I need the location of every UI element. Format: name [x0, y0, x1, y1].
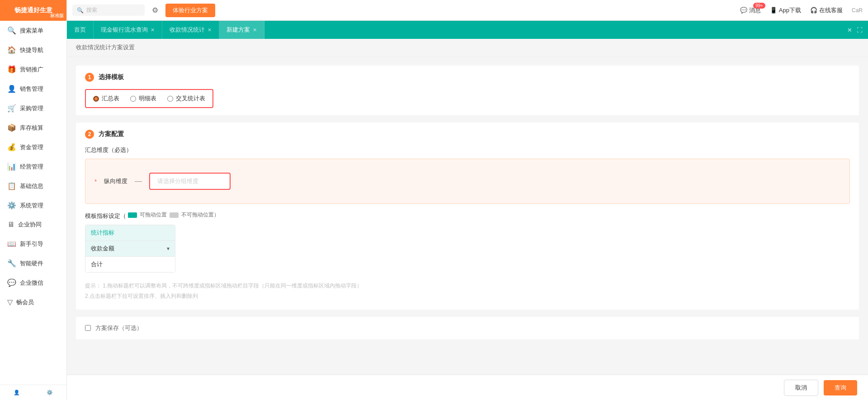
app-download-link[interactable]: 📱 App下载	[770, 6, 801, 14]
step2-title: 2 方案配置	[85, 130, 850, 139]
chat-icon: 💬	[7, 278, 16, 287]
hints-area: 提示： 1.拖动标题栏可以调整布局，不可跨维度或指标区域拖动栏目字段（只能在同一…	[85, 281, 850, 301]
query-button[interactable]: 查询	[824, 380, 857, 395]
radio-summary[interactable]: 汇总表	[93, 94, 119, 103]
app-edition: 标准版	[50, 13, 64, 19]
sidebar-item-label: 企业协同	[18, 221, 42, 229]
tab-payment-stats[interactable]: 收款情况统计 ✕	[162, 21, 219, 39]
sidebar-item-label: 营销推广	[20, 66, 43, 74]
sidebar-item-label: 畅会员	[16, 298, 34, 306]
radio-cross[interactable]: 交叉统计表	[167, 94, 205, 103]
sidebar-item-guide[interactable]: 📖 新手引导	[0, 234, 66, 254]
tab-new-plan-close[interactable]: ✕	[253, 27, 257, 33]
dimension-area: * 纵向维度 — 请选择分组维度	[85, 159, 850, 204]
close-window-icon[interactable]: ✕	[847, 27, 852, 33]
content-area: 收款情况统计方案设置 1 选择模板 汇总表 明细表	[67, 39, 868, 400]
page-header: 收款情况统计方案设置	[67, 39, 868, 56]
gift-icon: 🎁	[7, 65, 16, 74]
user-icon: 👤	[7, 85, 16, 93]
settings-icon[interactable]: ⚙	[152, 6, 158, 14]
search-bar[interactable]: 🔍 搜索	[72, 5, 145, 16]
drag-legend: 可拖动位置 不可拖动位置）	[128, 211, 219, 219]
tab-new-plan[interactable]: 新建方案 ✕	[219, 21, 264, 39]
step2-label: 方案配置	[99, 130, 124, 138]
sidebar-item-basic-info[interactable]: 📋 基础信息	[0, 176, 66, 196]
hint-2: 2.点击标题栏下拉可设置排序、插入列和删除列	[85, 292, 850, 301]
sidebar-item-system[interactable]: ⚙️ 系统管理	[0, 196, 66, 215]
sidebar-bottom-settings[interactable]: ⚙️	[47, 390, 53, 395]
radio-summary-label: 汇总表	[102, 94, 119, 103]
dimension-block: 汇总维度（必选） * 纵向维度 — 请选择分组维度	[85, 146, 850, 204]
sidebar-item-label: 快捷导航	[20, 46, 43, 54]
metrics-setting-label: 模板指标设定（ 可拖动位置 不可拖动位置）	[85, 211, 219, 220]
sidebar-item-marketing[interactable]: 🎁 营销推广	[0, 60, 66, 79]
sidebar-item-label: 系统管理	[20, 202, 43, 210]
online-service-label: 在线客服	[819, 6, 843, 14]
metrics-table-header: 统计指标	[85, 225, 175, 241]
metric-name: 收款金额	[91, 245, 114, 253]
sidebar-bottom-user[interactable]: 👤	[14, 390, 20, 395]
radio-cross-input[interactable]	[167, 96, 173, 102]
member-icon: ▽	[7, 298, 13, 306]
dimension-selector[interactable]: 请选择分组维度	[149, 173, 231, 190]
money-icon: 💰	[7, 143, 16, 151]
download-icon: 📱	[770, 7, 777, 14]
dimension-title-text: 汇总维度（必选）	[85, 146, 132, 153]
tab-home[interactable]: 首页	[67, 21, 94, 39]
sidebar-item-finance[interactable]: 💰 资金管理	[0, 137, 66, 157]
radio-detail[interactable]: 明细表	[130, 94, 156, 103]
tab-bank-flow-close[interactable]: ✕	[151, 27, 155, 33]
sidebar-item-label: 基础信息	[20, 182, 43, 190]
sidebar-item-label: 库存核算	[20, 124, 43, 132]
dimension-placeholder: 请选择分组维度	[157, 178, 198, 184]
tab-payment-stats-label: 收款情况统计	[170, 26, 205, 34]
sidebar-item-inventory[interactable]: 📦 库存核算	[0, 118, 66, 137]
step1-label: 选择模板	[99, 73, 124, 81]
step2-number: 2	[85, 130, 94, 139]
radio-detail-input[interactable]	[130, 96, 136, 102]
sidebar-item-hardware[interactable]: 🔧 智能硬件	[0, 254, 66, 273]
sidebar-item-label: 企业微信	[20, 279, 43, 287]
sidebar-item-label: 销售管理	[20, 85, 43, 93]
step2-section: 2 方案配置 汇总维度（必选） * 纵向维度 — 请选择分组维	[76, 122, 859, 310]
online-service-link[interactable]: 🎧 在线客服	[810, 6, 843, 14]
sidebar-item-label: 新手引导	[20, 240, 43, 248]
tab-payment-stats-close[interactable]: ✕	[208, 27, 212, 33]
notification-badge: 99+	[753, 3, 765, 9]
tool-icon: 🔧	[7, 259, 16, 268]
metrics-header: 模板指标设定（ 可拖动位置 不可拖动位置）	[85, 211, 850, 220]
save-section: 方案保存（可选）	[76, 317, 859, 339]
trial-button[interactable]: 体验行业方案	[165, 4, 215, 17]
sidebar-item-sales[interactable]: 👤 销售管理	[0, 79, 66, 99]
sidebar-item-operations[interactable]: 📊 经营管理	[0, 157, 66, 176]
sidebar-item-member[interactable]: ▽ 畅会员	[0, 292, 66, 312]
save-label[interactable]: 方案保存（可选）	[95, 324, 142, 332]
sidebar-item-search[interactable]: 🔍 搜索菜单	[0, 21, 66, 40]
step1-number: 1	[85, 73, 94, 82]
topbar: 🔍 搜索 ⚙ 体验行业方案 💬 消息 99+ 📱 App下载 🎧 在线客服 Ca…	[67, 0, 868, 21]
radio-summary-input[interactable]	[93, 96, 99, 102]
app-name: 畅捷通好生意	[14, 6, 52, 14]
metrics-subtotal: 合计	[85, 256, 175, 272]
save-checkbox[interactable]	[85, 325, 91, 331]
chevron-down-icon[interactable]: ▾	[167, 245, 170, 252]
radio-detail-label: 明细表	[139, 94, 156, 103]
cancel-button[interactable]: 取消	[784, 380, 818, 396]
tab-new-plan-label: 新建方案	[226, 26, 250, 34]
sidebar-item-collab[interactable]: 🖥 企业协同	[0, 215, 66, 234]
sidebar-item-quick-nav[interactable]: 🏠 快捷导航	[0, 40, 66, 60]
metrics-cell-amount[interactable]: 收款金额 ▾	[85, 241, 175, 256]
page-header-title: 收款情况统计方案设置	[76, 44, 135, 51]
maximize-icon[interactable]: ⛶	[857, 27, 863, 33]
service-icon: 🎧	[810, 7, 817, 14]
sidebar-item-wechat[interactable]: 💬 企业微信	[0, 273, 66, 292]
gear-icon: ⚙️	[7, 201, 16, 210]
tab-bank-flow[interactable]: 现金银行流水查询 ✕	[94, 21, 162, 39]
message-icon: 💬	[740, 7, 747, 14]
app-download-label: App下载	[779, 6, 801, 14]
footer: 取消 查询	[67, 375, 868, 400]
topbar-right: 💬 消息 99+ 📱 App下载 🎧 在线客服 CaR	[740, 6, 863, 14]
sidebar-item-purchase[interactable]: 🛒 采购管理	[0, 99, 66, 118]
notification-area[interactable]: 💬 消息 99+	[740, 6, 761, 14]
bag-icon: 🛒	[7, 104, 16, 113]
